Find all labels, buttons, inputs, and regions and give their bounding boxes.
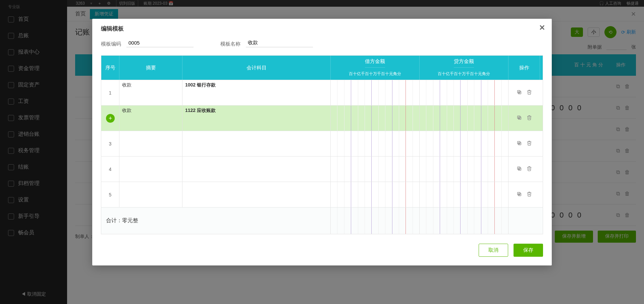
cell-index: 3 xyxy=(101,131,119,156)
copy-row-icon[interactable] xyxy=(517,115,522,121)
copy-row-icon[interactable] xyxy=(517,166,522,172)
row-index: 4 xyxy=(109,167,112,172)
total-label: 合计： xyxy=(106,217,122,224)
digit-label: 分 xyxy=(397,68,401,80)
cell-ops xyxy=(508,80,540,105)
template-name-label: 模板名称 xyxy=(220,41,240,47)
cell-index: 5 xyxy=(101,182,119,207)
cell-summary[interactable] xyxy=(119,157,182,182)
digit-label: 千 xyxy=(450,68,454,80)
template-row[interactable]: 4 xyxy=(101,156,543,182)
cell-summary[interactable]: 收款 xyxy=(119,106,182,131)
cell-ops xyxy=(508,131,540,156)
digit-label: 百 xyxy=(438,68,442,80)
col-ops: 操作 xyxy=(508,56,540,80)
cell-summary[interactable] xyxy=(119,131,182,156)
cell-debit[interactable] xyxy=(331,157,420,182)
cell-summary[interactable]: 收款 xyxy=(119,80,182,105)
template-row[interactable]: 1收款1002 银行存款 xyxy=(101,80,543,105)
template-total-row: 合计： 零元整 xyxy=(101,207,543,234)
copy-row-icon[interactable] xyxy=(517,140,522,147)
save-button[interactable]: 保存 xyxy=(514,244,543,257)
cell-ops xyxy=(508,182,540,207)
cell-credit[interactable] xyxy=(420,80,508,105)
cell-debit[interactable] xyxy=(331,80,420,105)
cell-ops xyxy=(508,157,540,182)
template-code-input[interactable] xyxy=(126,39,194,47)
col-debit: 借方金额 百十亿千百十万千百十元角分 xyxy=(331,56,420,80)
digit-label: 千 xyxy=(377,68,381,80)
cell-account[interactable]: 1122 应收账款 xyxy=(182,106,331,131)
col-index: 序号 xyxy=(101,56,119,80)
close-icon[interactable]: ✕ xyxy=(539,23,545,32)
digit-label: 亿 xyxy=(446,68,450,80)
digit-label: 百 xyxy=(365,68,369,80)
delete-row-icon[interactable] xyxy=(527,191,532,198)
modal-title: 编辑模板 xyxy=(101,25,124,33)
row-index: 1 xyxy=(109,90,112,96)
cancel-button[interactable]: 取消 xyxy=(479,244,508,257)
cell-credit[interactable] xyxy=(420,131,508,156)
cell-account[interactable]: 1002 银行存款 xyxy=(182,80,331,105)
digit-label: 万 xyxy=(462,68,466,80)
modal-footer: 取消 保存 xyxy=(92,236,552,265)
cell-credit[interactable] xyxy=(420,182,508,207)
digit-label: 十 xyxy=(369,68,373,80)
template-row[interactable]: 3 xyxy=(101,131,543,156)
cell-summary[interactable] xyxy=(119,182,182,207)
cell-account[interactable] xyxy=(182,182,331,207)
digit-label: 百 xyxy=(470,68,474,80)
delete-row-icon[interactable] xyxy=(527,115,532,121)
modal-header: 编辑模板 ✕ xyxy=(92,19,552,39)
cell-ops xyxy=(508,106,540,131)
col-credit: 贷方金额 百十亿千百十万千百十元角分 xyxy=(420,56,508,80)
digit-label: 百 xyxy=(454,68,458,80)
cell-debit[interactable] xyxy=(331,182,420,207)
digit-label: 角 xyxy=(482,68,486,80)
delete-row-icon[interactable] xyxy=(527,140,532,147)
digit-label: 千 xyxy=(466,68,470,80)
digit-label: 万 xyxy=(373,68,377,80)
cell-credit[interactable] xyxy=(420,157,508,182)
cell-index: + xyxy=(101,106,119,131)
digit-label: 分 xyxy=(486,68,490,80)
template-row[interactable]: 5 xyxy=(101,182,543,207)
digit-label: 元 xyxy=(389,68,393,80)
col-account: 会计科目 xyxy=(182,56,331,80)
digit-label: 角 xyxy=(393,68,397,80)
template-name-input[interactable] xyxy=(246,39,313,47)
digit-label: 十 xyxy=(353,68,357,80)
cell-account[interactable] xyxy=(182,131,331,156)
digit-label: 十 xyxy=(385,68,389,80)
add-row-button[interactable]: + xyxy=(106,114,115,123)
cell-index: 4 xyxy=(101,157,119,182)
row-index: 3 xyxy=(109,141,112,146)
copy-row-icon[interactable] xyxy=(517,191,522,198)
digit-label: 十 xyxy=(474,68,478,80)
copy-row-icon[interactable] xyxy=(517,89,522,96)
digit-label: 百 xyxy=(349,68,353,80)
digit-label: 十 xyxy=(442,68,446,80)
template-table-head: 序号 摘要 会计科目 借方金额 百十亿千百十万千百十元角分 贷方金额 百十亿千百… xyxy=(101,56,543,80)
row-index: 5 xyxy=(109,192,112,197)
cell-debit[interactable] xyxy=(331,106,420,131)
template-code-label: 模板编码 xyxy=(101,41,121,47)
digit-label: 千 xyxy=(361,68,365,80)
cell-account[interactable] xyxy=(182,157,331,182)
cell-index: 1 xyxy=(101,80,119,105)
digit-label: 亿 xyxy=(357,68,361,80)
template-row[interactable]: +收款1122 应收账款 xyxy=(101,105,543,131)
digit-label: 百 xyxy=(381,68,385,80)
modal-overlay: 编辑模板 ✕ 模板编码 模板名称 序号 摘要 会计科目 xyxy=(0,0,644,304)
digit-label: 十 xyxy=(458,68,462,80)
cell-credit[interactable] xyxy=(420,106,508,131)
delete-row-icon[interactable] xyxy=(527,166,532,172)
template-table: 序号 摘要 会计科目 借方金额 百十亿千百十万千百十元角分 贷方金额 百十亿千百… xyxy=(101,55,543,234)
col-summary: 摘要 xyxy=(119,56,182,80)
edit-template-modal: 编辑模板 ✕ 模板编码 模板名称 序号 摘要 会计科目 xyxy=(92,19,552,265)
digit-label: 元 xyxy=(478,68,482,80)
cell-debit[interactable] xyxy=(331,131,420,156)
total-text: 零元整 xyxy=(122,217,138,224)
delete-row-icon[interactable] xyxy=(527,89,532,96)
